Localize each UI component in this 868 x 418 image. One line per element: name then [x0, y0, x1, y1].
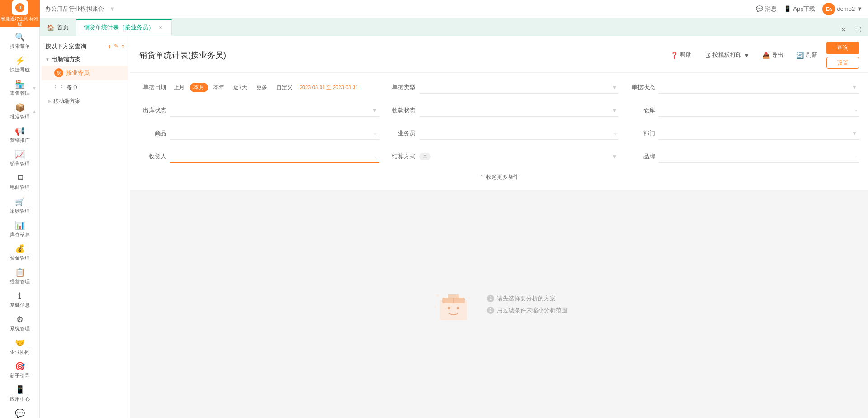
- dept-input[interactable]: [659, 127, 859, 140]
- collapse-button[interactable]: ⌃ 收起更多条件: [474, 171, 524, 183]
- brand-select[interactable]: ···: [659, 150, 859, 163]
- docstatus-label: 单据状态: [628, 83, 655, 91]
- paymentstatus-label: 收款状态: [388, 106, 415, 114]
- help-button[interactable]: ❓ 帮助: [667, 49, 695, 61]
- sidebar-item-guide[interactable]: 🎯 新手引导: [0, 358, 39, 382]
- warehouse-select[interactable]: ···: [659, 104, 859, 117]
- sidebar-item-retail[interactable]: 🏪 零售管理 ▼: [0, 76, 39, 100]
- warehouse-input[interactable]: [659, 104, 859, 117]
- sidebar-nav: 🔍 搜索菜单 ⚡ 快捷导航 🏪 零售管理 ▼ 📦 批发管理 ▲ 📢 营销推广: [0, 27, 39, 418]
- collapse-label: 收起更多条件: [486, 173, 519, 181]
- svg-point-5: [457, 307, 459, 309]
- filter-row-4: 收货人 ··· 结算方式 ✕: [139, 147, 859, 166]
- doctype-select[interactable]: ▼: [419, 81, 619, 94]
- tab-close-button[interactable]: ×: [157, 24, 164, 31]
- docstatus-select[interactable]: ▼: [659, 81, 859, 94]
- tab-maximize-button[interactable]: ⛶: [852, 23, 864, 36]
- sidebar-item-search[interactable]: 🔍 搜索菜单: [0, 29, 39, 52]
- print-button[interactable]: 🖨 按模板打印 ▼: [701, 49, 753, 61]
- salesperson-select[interactable]: ···: [419, 127, 619, 140]
- sidebar-item-wholesale[interactable]: 📦 批发管理 ▲: [0, 100, 39, 123]
- right-content: 销货单统计表(按业务员) ❓ 帮助 🖨 按模板打印 ▼ 📤: [130, 36, 868, 418]
- sidebar-item-finance[interactable]: 💰 资金管理: [0, 241, 39, 264]
- svg-point-4: [448, 307, 450, 309]
- tip-num-1: 1: [487, 295, 494, 302]
- scheme-item-by-salesperson[interactable]: 按 按业务员: [42, 66, 128, 80]
- sidebar-item-sales[interactable]: 📈 销售管理: [0, 147, 39, 170]
- brand-input[interactable]: [659, 150, 859, 163]
- message-button[interactable]: 💬 消息: [756, 5, 777, 13]
- outstatus-input[interactable]: [170, 104, 379, 117]
- export-button[interactable]: 📤 导出: [759, 49, 787, 61]
- empty-svg: [431, 282, 476, 327]
- outstatus-select[interactable]: ▼: [170, 104, 379, 117]
- tab-sales-stat[interactable]: 销货单统计表（按业务员） ×: [76, 19, 172, 36]
- mobile-group-label: 移动端方案: [53, 97, 80, 105]
- edit-scheme-button[interactable]: ✎: [114, 43, 118, 50]
- doctype-input[interactable]: [419, 81, 619, 94]
- settings-button[interactable]: 设置: [826, 57, 859, 69]
- left-panel: 按以下方案查询 + ✎ « ▼ 电脑端方案 按 按业务员: [40, 36, 130, 418]
- sidebar-item-wxwork[interactable]: 💬 企业微信: [0, 405, 39, 418]
- tab-close-all-button[interactable]: ✕: [837, 23, 850, 36]
- page-title: 销货单统计表(按业务员): [139, 50, 226, 61]
- paymentstatus-select[interactable]: ▼: [419, 104, 619, 117]
- export-label: 导出: [772, 51, 783, 59]
- sidebar-item-system[interactable]: ⚙ 系统管理: [0, 311, 39, 335]
- user-chevron-icon: ▼: [857, 5, 863, 12]
- consignee-select[interactable]: ···: [170, 150, 379, 163]
- logo-icon: [12, 0, 28, 15]
- query-button[interactable]: 查询: [826, 42, 859, 54]
- salesperson-scheme-icon: 按: [54, 68, 63, 77]
- purchase-icon: 🛒: [15, 197, 25, 207]
- app-download-button[interactable]: 📱 App下载: [784, 5, 815, 13]
- paymentstatus-input[interactable]: [419, 104, 619, 117]
- docstatus-input[interactable]: [659, 81, 859, 94]
- sidebar-item-appcenter[interactable]: 📱 应用中心: [0, 382, 39, 405]
- sidebar-item-ecommerce[interactable]: 🖥 电商管理: [0, 170, 39, 194]
- date-tab-thisyear[interactable]: 本年: [210, 83, 228, 92]
- tag-close-button[interactable]: ✕: [423, 153, 427, 160]
- sidebar-item-inventory[interactable]: 📊 库存核算: [0, 217, 39, 241]
- sidebar-item-label: 应用中心: [10, 396, 30, 403]
- marketing-icon: 📢: [15, 126, 25, 136]
- scheme-item-by-order[interactable]: ⋮⋮ 按单: [42, 81, 128, 95]
- sidebar-item-label: 搜索菜单: [10, 43, 30, 50]
- group-expand-icon: ▼: [45, 57, 50, 62]
- date-tab-7days[interactable]: 近7天: [230, 83, 251, 92]
- sidebar-item-operations[interactable]: 📋 经营管理: [0, 264, 39, 288]
- sidebar-item-label: 销售管理: [10, 161, 30, 167]
- app-logo[interactable]: 畅捷通好生意 标准版: [0, 0, 40, 27]
- scheme-item-label: 按单: [66, 84, 78, 92]
- date-tab-custom[interactable]: 自定义: [273, 83, 296, 92]
- tab-home[interactable]: 🏠 首页: [40, 19, 76, 36]
- scheme-group-pc-title[interactable]: ▼ 电脑端方案: [40, 53, 130, 65]
- consignee-input[interactable]: [170, 150, 379, 163]
- goods-select[interactable]: ···: [170, 127, 379, 140]
- user-menu[interactable]: Ea demo2 ▼: [822, 3, 863, 15]
- settlement-select[interactable]: ✕ ▼: [419, 153, 619, 160]
- refresh-icon: 🔄: [796, 52, 804, 59]
- page-header: 销货单统计表(按业务员) ❓ 帮助 🖨 按模板打印 ▼ 📤: [130, 36, 868, 73]
- breadcrumb: 办公用品行业模拟账套: [45, 5, 104, 13]
- date-tab-lastmonth[interactable]: 上月: [170, 83, 188, 92]
- help-label: 帮助: [680, 51, 692, 59]
- sidebar-item-basic-info[interactable]: ℹ 基础信息: [0, 288, 39, 311]
- salesperson-input[interactable]: [419, 127, 619, 140]
- refresh-label: 刷新: [806, 51, 817, 59]
- scheme-group-mobile-title[interactable]: ▶ 移动端方案: [40, 95, 130, 107]
- dept-select[interactable]: ▼: [659, 127, 859, 140]
- date-tab-more[interactable]: 更多: [253, 83, 271, 92]
- date-tab-thismonth[interactable]: 本月: [190, 83, 208, 92]
- goods-input[interactable]: [170, 127, 379, 140]
- collapse-panel-button[interactable]: «: [121, 43, 124, 50]
- finance-icon: 💰: [15, 244, 25, 254]
- content-area: 按以下方案查询 + ✎ « ▼ 电脑端方案 按 按业务员: [40, 36, 868, 418]
- refresh-button[interactable]: 🔄 刷新: [793, 49, 821, 61]
- sidebar-item-collab[interactable]: 🤝 企业协同: [0, 335, 39, 358]
- sidebar-item-purchase[interactable]: 🛒 采购管理: [0, 194, 39, 217]
- sidebar-item-quicknav[interactable]: ⚡ 快捷导航: [0, 52, 39, 76]
- add-scheme-button[interactable]: +: [108, 43, 111, 50]
- sidebar-item-marketing[interactable]: 📢 营销推广: [0, 123, 39, 147]
- help-icon: ❓: [670, 52, 678, 59]
